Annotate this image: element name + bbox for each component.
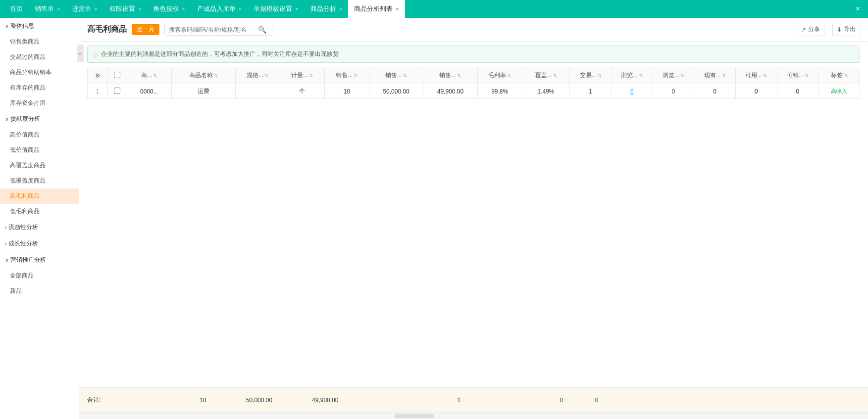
close-sales-order[interactable]: ×	[57, 6, 60, 12]
search-input[interactable]	[169, 26, 258, 33]
row-num: 1	[88, 84, 108, 99]
sidebar: ∨ 整体信息 销售类商品 交易过的商品 商品分销助销率 有库存的商品 库存资金占…	[0, 18, 79, 419]
sidebar-item-high-margin[interactable]: 高毛利商品	[0, 188, 79, 204]
scrollbar-thumb[interactable]	[395, 414, 434, 418]
sidebar-item-high-coverage[interactable]: 高覆盖度商品	[0, 158, 79, 173]
row-checkbox-cell	[108, 84, 127, 99]
sort-icon-unit[interactable]: ⇅	[309, 73, 313, 78]
col-current[interactable]: 现有... ⇅	[694, 67, 736, 84]
row-sales-amt: 50,000.00	[369, 84, 423, 99]
arrow-icon: ∨	[5, 23, 8, 29]
col-code[interactable]: 商... ⇅	[127, 67, 171, 84]
row-spec	[235, 84, 280, 99]
sidebar-group-marketing[interactable]: ∨ 营销推广分析	[0, 252, 79, 268]
close-product-analysis[interactable]: ×	[339, 6, 342, 12]
top-navigation: 首页 销售单 × 进货单 × 权限设置 × 角色授权 × 产成品入库单 × 单据…	[0, 0, 868, 18]
sort-icon-available[interactable]: ⇅	[763, 73, 767, 78]
col-name[interactable]: 商品名称 ⇅	[171, 67, 235, 84]
share-button[interactable]: ↗ 分享	[797, 23, 824, 36]
sidebar-group-overall[interactable]: ∨ 整体信息	[0, 18, 79, 34]
nav-product-analysis[interactable]: 商品分析 ×	[305, 0, 348, 18]
col-setting[interactable]: ⚙	[88, 67, 108, 84]
row-coverage: 1.49%	[522, 84, 570, 99]
nav-role-auth[interactable]: 角色授权 ×	[147, 0, 191, 18]
col-sales-qty[interactable]: 销售... ⇅	[324, 67, 369, 84]
col-sellable[interactable]: 可销... ⇅	[777, 67, 818, 84]
nav-permission-settings[interactable]: 权限设置 ×	[103, 0, 147, 18]
row-checkbox[interactable]	[114, 88, 120, 94]
sort-icon-code[interactable]: ⇅	[153, 73, 157, 78]
row-browse1[interactable]: 0	[611, 84, 653, 99]
settings-icon[interactable]: ⚙	[95, 72, 101, 79]
row-name: 运费	[171, 84, 235, 99]
col-unit[interactable]: 计量... ⇅	[280, 67, 324, 84]
col-tag[interactable]: 标签 ⇅	[818, 67, 860, 84]
nav-sales-order[interactable]: 销售单 ×	[29, 0, 66, 18]
sidebar-item-all-goods[interactable]: 全部商品	[0, 268, 79, 283]
sidebar-group-trend[interactable]: › 流趋性分析	[0, 219, 79, 235]
sidebar-item-sales-goods[interactable]: 销售类商品	[0, 34, 79, 49]
close-purchase-order[interactable]: ×	[94, 6, 97, 12]
close-template-settings[interactable]: ×	[295, 6, 298, 12]
sort-icon-sales-qty[interactable]: ⇅	[354, 73, 357, 78]
footer-sales-cost: 49,900.00	[312, 397, 338, 404]
close-permission-settings[interactable]: ×	[138, 6, 141, 12]
footer-label: 合计:	[87, 396, 101, 404]
sidebar-item-low-margin[interactable]: 低毛利商品	[0, 204, 79, 219]
row-unit: 个	[280, 84, 324, 99]
export-button[interactable]: ⬇ 导出	[832, 23, 860, 36]
sidebar-item-distribution-rate[interactable]: 商品分销助销率	[0, 65, 79, 80]
sidebar-item-high-value[interactable]: 高价值商品	[0, 127, 79, 142]
row-sales-qty: 10	[324, 84, 369, 99]
sort-icon-name[interactable]: ⇅	[214, 73, 218, 78]
sort-icon-browse1[interactable]: ⇅	[639, 73, 643, 78]
time-filter-button[interactable]: 近一月	[132, 24, 159, 35]
sort-icon-current[interactable]: ⇅	[722, 73, 726, 78]
col-sales-amt[interactable]: 销售... ⇅	[369, 67, 423, 84]
sort-icon-sales-amt[interactable]: ⇅	[403, 73, 407, 78]
select-all-checkbox[interactable]	[114, 72, 120, 78]
sidebar-item-inventory-capital[interactable]: 库存资金占用	[0, 95, 79, 111]
sort-icon-browse2[interactable]: ⇅	[680, 73, 684, 78]
sort-icon-trade[interactable]: ⇅	[598, 73, 602, 78]
nav-product-analysis-list[interactable]: 商品分析列表 ×	[348, 0, 405, 18]
footer-total-bar: 合计: 10 50,000.00 49,900.00 1 0 0	[79, 387, 868, 412]
sidebar-item-low-value[interactable]: 低价值商品	[0, 142, 79, 158]
nav-product-inbound[interactable]: 产成品入库单 ×	[191, 0, 248, 18]
col-trade[interactable]: 交易... ⇅	[570, 67, 612, 84]
search-box: 🔍	[164, 24, 273, 36]
sort-icon-spec[interactable]: ⇅	[264, 73, 268, 78]
arrow-icon-trend: ›	[5, 225, 6, 230]
sidebar-item-low-coverage[interactable]: 低覆盖度商品	[0, 173, 79, 188]
close-window-btn[interactable]: ×	[852, 4, 864, 13]
row-available: 0	[735, 84, 777, 99]
col-available[interactable]: 可用... ⇅	[735, 67, 777, 84]
sort-icon-sales-cost[interactable]: ⇅	[457, 73, 461, 78]
sort-icon-gross-margin[interactable]: ⇅	[507, 73, 511, 78]
sidebar-item-traded-goods[interactable]: 交易过的商品	[0, 49, 79, 65]
close-role-auth[interactable]: ×	[182, 6, 185, 12]
sidebar-item-in-stock[interactable]: 有库存的商品	[0, 80, 79, 95]
table-container[interactable]: ⚙ 商... ⇅ 商品名称	[79, 67, 868, 387]
sidebar-group-growth[interactable]: › 成长性分析	[0, 235, 79, 252]
sort-icon-tag[interactable]: ⇅	[844, 73, 848, 78]
info-icon: ◇	[94, 51, 98, 58]
col-coverage[interactable]: 覆盖... ⇅	[522, 67, 570, 84]
sort-icon-coverage[interactable]: ⇅	[553, 73, 557, 78]
nav-home[interactable]: 首页	[4, 0, 29, 18]
search-icon[interactable]: 🔍	[258, 26, 266, 34]
col-gross-margin[interactable]: 毛利率 ⇅	[477, 67, 522, 84]
horizontal-scrollbar[interactable]	[79, 412, 868, 419]
col-browse2[interactable]: 浏览... ⇅	[653, 67, 694, 84]
close-product-analysis-list[interactable]: ×	[396, 6, 399, 12]
sort-icon-sellable[interactable]: ⇅	[805, 73, 809, 78]
nav-purchase-order[interactable]: 进货单 ×	[66, 0, 103, 18]
sidebar-group-contribution[interactable]: ∨ 贡献度分析	[0, 111, 79, 127]
col-browse1[interactable]: 浏览... ⇅	[611, 67, 653, 84]
sidebar-collapse-button[interactable]: «	[77, 45, 84, 62]
sidebar-item-new-goods[interactable]: 新品	[0, 283, 79, 299]
col-sales-cost[interactable]: 销售... ⇅	[423, 67, 477, 84]
close-product-inbound[interactable]: ×	[239, 6, 242, 12]
col-spec[interactable]: 规格... ⇅	[235, 67, 280, 84]
nav-template-settings[interactable]: 单据模板设置 ×	[248, 0, 304, 18]
